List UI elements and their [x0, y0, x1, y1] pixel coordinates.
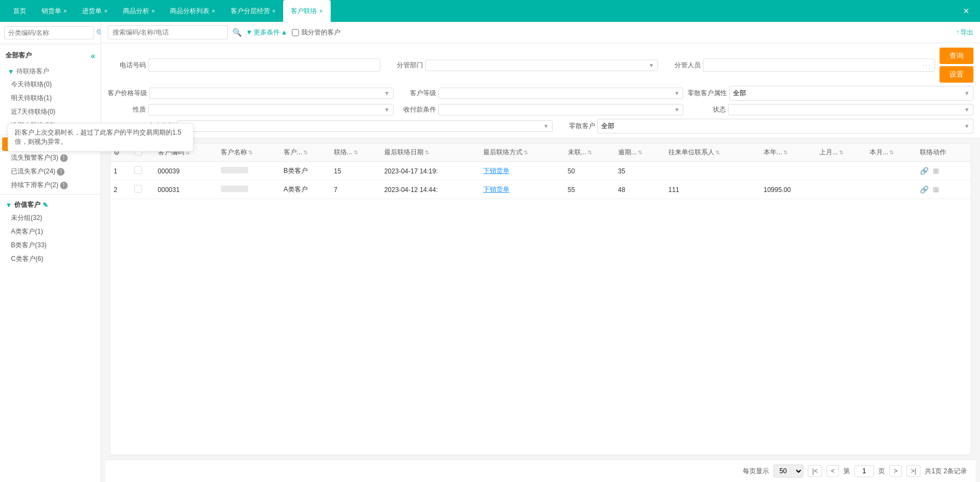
nav-sales-order[interactable]: 销货单 × — [34, 0, 74, 22]
department-select[interactable]: ▼ — [425, 60, 658, 71]
nav-close-purchase[interactable]: × — [104, 8, 107, 14]
last-method-link[interactable]: 下销货单 — [483, 185, 509, 193]
cell-uncontacted: 55 — [565, 181, 615, 199]
page-suffix: 页 — [878, 467, 885, 476]
sidebar-item-churn-warning[interactable]: 流失预警客户(3) ! — [0, 151, 101, 165]
col-last-method[interactable]: 最后联络方式⇅ — [480, 143, 565, 162]
sidebar-item-declining[interactable]: 持续下滑客户(2) ! — [0, 178, 101, 192]
nav-close-segment[interactable]: × — [272, 8, 275, 14]
manager-select[interactable]: ··· — [703, 59, 935, 72]
col-this-year[interactable]: 本年...⇅ — [760, 143, 816, 162]
search-icon[interactable]: 🔍 — [96, 29, 101, 37]
col-uncontacted[interactable]: 未联...⇅ — [565, 143, 615, 162]
sidebar-item-7days-pending[interactable]: 近7天待联络(0) — [0, 105, 101, 119]
close-window-button[interactable]: × — [958, 5, 975, 17]
nav-purchase-order[interactable]: 进货单 × — [74, 0, 115, 22]
chevron-down-icon: ▼ — [964, 107, 970, 113]
manager-label: 分管人员 — [662, 61, 701, 70]
col-contact-count[interactable]: 联络...⇅ — [331, 143, 381, 162]
my-customers-checkbox[interactable] — [292, 29, 299, 36]
query-button[interactable]: 查询 — [940, 48, 973, 64]
row-checkbox[interactable] — [134, 166, 142, 174]
nav-customer-segment[interactable]: 客户分层经营 × — [223, 0, 283, 22]
cell-checkbox[interactable] — [131, 181, 155, 199]
info-icon-churned[interactable]: ! — [57, 168, 64, 176]
nav-close-contact[interactable]: × — [319, 8, 322, 14]
cell-last-method[interactable]: 下销货单 — [480, 162, 565, 181]
price-level-select[interactable]: ▼ — [149, 88, 394, 99]
col-level[interactable]: 客户...⇅ — [280, 143, 331, 162]
sidebar-item-ungrouped[interactable]: 未分组(32) — [0, 211, 101, 225]
grid-icon[interactable]: ⊞ — [933, 167, 939, 175]
sort-icon: ⇅ — [715, 149, 720, 155]
info-icon-declining[interactable]: ! — [60, 182, 68, 189]
cell-checkbox[interactable] — [131, 162, 155, 181]
sidebar-item-class-b[interactable]: B类客户(33) — [0, 239, 101, 252]
col-name[interactable]: 客户名称⇅ — [218, 143, 280, 162]
sidebar-item-tomorrow-pending[interactable]: 明天待联络(1) — [0, 91, 101, 105]
nav-close-product[interactable]: × — [151, 8, 155, 14]
nav-product-analysis-list[interactable]: 商品分析列表 × — [162, 0, 222, 22]
cell-action: 🔗 ⊞ — [917, 162, 971, 181]
per-page-select[interactable]: 50 100 200 — [773, 464, 803, 478]
prev-page-button[interactable]: < — [826, 465, 839, 477]
payment-label: 收付款条件 — [398, 105, 436, 114]
nav-close-product-list[interactable]: × — [212, 8, 215, 14]
per-page-label: 每页显示 — [743, 467, 769, 476]
nav-product-analysis[interactable]: 商品分析 × — [115, 0, 162, 22]
retail-customer-field: 零散客户 全部 ▼ — [557, 119, 973, 133]
more-conditions-button[interactable]: ▼ 更多条件 ▲ — [246, 28, 287, 37]
all-customers-title[interactable]: 全部客户 « — [0, 48, 101, 63]
export-icon: ↑ — [956, 28, 959, 36]
cell-last-date: 2023-04-12 14:44: — [381, 181, 480, 199]
retail-customer-select[interactable]: 全部 ▼ — [597, 119, 973, 133]
sidebar-item-today-pending[interactable]: 今天待联络(0) — [0, 78, 101, 91]
customer-type-select[interactable]: ▼ — [177, 120, 553, 132]
export-button[interactable]: ↑ 导出 — [956, 28, 973, 37]
nav-customer-contact[interactable]: 客户联络 × — [283, 0, 330, 22]
sidebar-search-area: 🔍 — [0, 22, 101, 44]
gender-select[interactable]: ▼ — [148, 104, 394, 115]
col-last-date[interactable]: 最后联络日期⇅ — [381, 143, 480, 162]
filter-bar: 🔍 ▼ 更多条件 ▲ 我分管的客户 ↑ 导出 — [101, 22, 980, 43]
last-page-button[interactable]: >| — [906, 465, 920, 477]
col-overdue[interactable]: 逾期...⇅ — [615, 143, 665, 162]
retail-attr-select[interactable]: 全部 ▼ — [729, 86, 973, 101]
sort-icon: ⇅ — [248, 149, 253, 155]
col-last-month[interactable]: 上月...⇅ — [816, 143, 866, 162]
sidebar-item-churned[interactable]: 已流失客户(24) ! — [0, 165, 101, 178]
sidebar-collapse-button[interactable]: « — [91, 51, 95, 60]
settings-button[interactable]: 设置 — [940, 66, 973, 83]
next-page-button[interactable]: > — [889, 465, 902, 477]
search-input[interactable] — [108, 25, 228, 39]
nav-close-sales[interactable]: × — [63, 8, 67, 14]
action-icons: 🔗 ⊞ — [920, 167, 967, 175]
my-customers-checkbox-label[interactable]: 我分管的客户 — [292, 28, 341, 37]
page-input[interactable] — [854, 465, 874, 477]
nav-home[interactable]: 首页 — [5, 0, 34, 22]
edit-icon[interactable]: ✎ — [43, 201, 48, 209]
status-select[interactable]: ▼ — [728, 104, 973, 115]
more-icon[interactable]: ··· — [923, 61, 931, 69]
sidebar-item-class-c[interactable]: C类客户(6) — [0, 252, 101, 266]
sort-icon: ⇅ — [524, 149, 528, 155]
main-layout: 🔍 全部客户 « ▼ 待联络客户 今天待联络(0) 明天待联络(1) 近7天待联… — [0, 22, 980, 482]
col-this-month[interactable]: 本月...⇅ — [866, 143, 917, 162]
customer-level-select[interactable]: ▼ — [438, 88, 684, 99]
phone-input[interactable] — [148, 59, 380, 72]
filter-search-icon[interactable]: 🔍 — [232, 28, 242, 37]
last-method-link[interactable]: 下销货单 — [483, 167, 509, 175]
sidebar-item-class-a[interactable]: A类客户(1) — [0, 225, 101, 239]
link-icon[interactable]: 🔗 — [920, 185, 929, 194]
first-page-button[interactable]: |< — [808, 465, 822, 477]
grid-icon[interactable]: ⊞ — [933, 185, 939, 194]
cell-this-month — [866, 181, 917, 199]
category-search-input[interactable] — [4, 26, 94, 39]
row-checkbox[interactable] — [134, 185, 142, 193]
payment-select[interactable]: ▼ — [438, 104, 684, 115]
info-icon-churn-warning[interactable]: ! — [60, 154, 68, 162]
col-contacts[interactable]: 往来单位联系人⇅ — [665, 143, 760, 162]
cell-code: 000031 — [155, 181, 218, 199]
link-icon[interactable]: 🔗 — [920, 167, 929, 175]
cell-last-method[interactable]: 下销货单 — [480, 181, 565, 199]
